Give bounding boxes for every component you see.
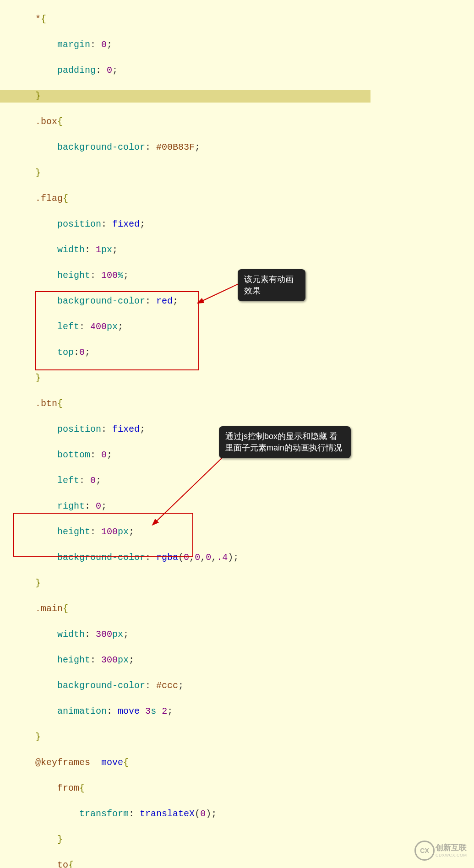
watermark-logo-icon: CX [414,841,435,861]
watermark-brand: 创新互联 [436,842,467,853]
annotation-box-main-css [35,291,199,370]
watermark-url: CDXWCX.COM [436,852,467,858]
callout-animation-effect: 该元素有动画效果 [238,269,305,301]
callout-2-text: 通过js控制box的显示和隐藏 看里面子元素main的动画执行情况 [225,432,342,452]
callout-js-control: 通过js控制box的显示和隐藏 看里面子元素main的动画执行情况 [219,426,351,458]
annotation-box-html-box-div [13,513,193,557]
watermark: CX 创新互联 CDXWCX.COM [410,836,474,868]
callout-1-text: 该元素有动画效果 [244,275,294,295]
